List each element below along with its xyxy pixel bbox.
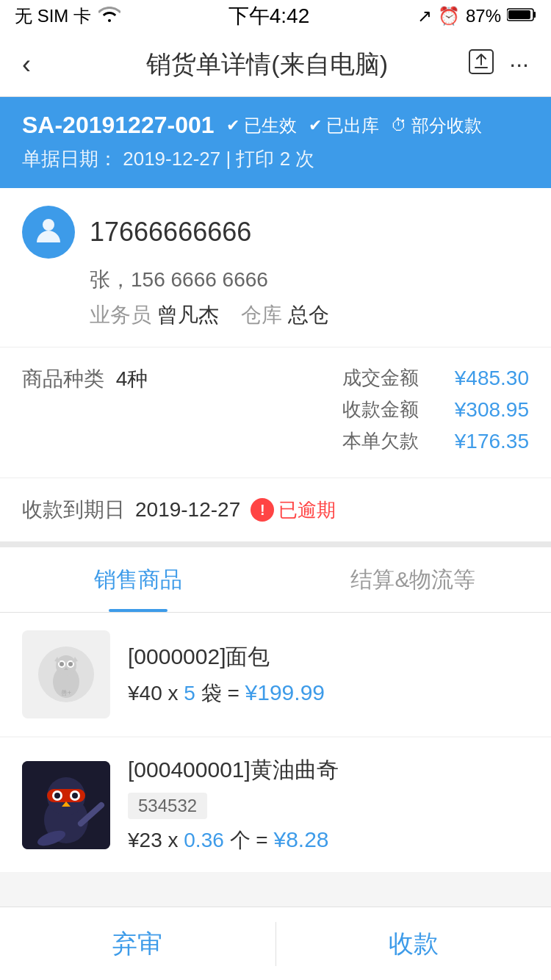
wifi-icon bbox=[98, 6, 120, 26]
nav-actions: ··· bbox=[468, 48, 529, 81]
product-qty-2: 0.36 bbox=[184, 829, 224, 851]
overdue-icon: ! bbox=[251, 498, 274, 522]
warehouse-detail: 仓库 总仓 bbox=[241, 301, 329, 329]
tab-underline bbox=[109, 609, 168, 612]
due-section: 收款到期日 2019-12-27 ! 已逾期 bbox=[0, 478, 551, 547]
status-bar-left: 无 SIM 卡 bbox=[15, 4, 120, 28]
confirm-button[interactable]: 收款 bbox=[276, 907, 552, 980]
svg-point-4 bbox=[43, 219, 54, 231]
more-icon[interactable]: ··· bbox=[509, 51, 529, 78]
received-amount: 收款金额 ¥308.95 bbox=[342, 397, 529, 422]
alarm-icon: ⏰ bbox=[438, 6, 460, 26]
customer-row: 17666666666 bbox=[22, 206, 529, 259]
overdue-text: 已逾期 bbox=[278, 497, 336, 523]
person-icon bbox=[32, 213, 65, 252]
status-bar-right: ↗ ⏰ 87% bbox=[417, 6, 536, 26]
status-badge-1: ✔ 已生效 bbox=[226, 114, 297, 137]
product-total-1: ¥199.99 bbox=[245, 680, 325, 705]
order-meta: 单据日期： 2019-12-27 | 打印 2 次 bbox=[22, 146, 529, 172]
cancel-button[interactable]: 弃审 bbox=[0, 907, 276, 980]
product-image-1: 兽+ bbox=[22, 630, 110, 718]
product-image-2 bbox=[22, 761, 110, 849]
list-item[interactable]: [000400001]黄油曲奇 534532 ¥23 x 0.36 个 = ¥8… bbox=[0, 738, 551, 872]
due-label: 收款到期日 bbox=[22, 496, 125, 524]
status-badge-3: ⏱ 部分收款 bbox=[391, 114, 482, 137]
summary-section: 商品种类 4种 成交金额 ¥485.30 收款金额 ¥308.95 本单欠款 ¥… bbox=[0, 347, 551, 478]
product-price-1: ¥40 x 5 袋 = ¥199.99 bbox=[128, 680, 529, 707]
product-info-2: [000400001]黄油曲奇 534532 ¥23 x 0.36 个 = ¥8… bbox=[128, 755, 529, 854]
check-icon-2: ✔ bbox=[309, 116, 322, 135]
overdue-badge: ! 已逾期 bbox=[251, 497, 336, 523]
order-id-row: SA-20191227-001 ✔ 已生效 ✔ 已出库 ⏱ 部分收款 bbox=[22, 112, 529, 139]
customer-section: 17666666666 张，156 6666 6666 业务员 曾凡杰 仓库 总… bbox=[0, 188, 551, 347]
list-item[interactable]: 兽+ [0000002]面包 ¥40 x 5 袋 = ¥199.99 bbox=[0, 613, 551, 736]
signal-icon: 无 SIM 卡 bbox=[15, 4, 91, 28]
svg-text:兽+: 兽+ bbox=[61, 689, 71, 696]
product-qty-1: 5 bbox=[184, 682, 195, 705]
customer-info: 张，156 6666 6666 bbox=[22, 266, 529, 294]
page-title: 销货单详情(来自电脑) bbox=[66, 48, 468, 82]
export-icon[interactable] bbox=[468, 48, 494, 81]
transaction-amount: 成交金额 ¥485.30 bbox=[342, 365, 529, 391]
battery-level: 87% bbox=[466, 6, 501, 26]
check-icon-1: ✔ bbox=[226, 116, 240, 135]
tab-sales-products[interactable]: 销售商品 bbox=[0, 547, 276, 612]
due-date-value: 2019-12-27 bbox=[135, 498, 240, 522]
amount-summary: 成交金额 ¥485.30 收款金额 ¥308.95 本单欠款 ¥176.35 bbox=[342, 365, 529, 460]
time-display: 下午4:42 bbox=[228, 2, 310, 30]
product-price-2: ¥23 x 0.36 个 = ¥8.28 bbox=[128, 826, 529, 854]
debt-amount: 本单欠款 ¥176.35 bbox=[342, 428, 529, 454]
status-bar: 无 SIM 卡 下午4:42 ↗ ⏰ 87% bbox=[0, 0, 551, 32]
product-info-1: [0000002]面包 ¥40 x 5 袋 = ¥199.99 bbox=[128, 642, 529, 707]
clock-icon: ⏱ bbox=[391, 116, 407, 135]
tabs: 销售商品 结算&物流等 bbox=[0, 547, 551, 613]
battery-icon bbox=[507, 6, 536, 26]
product-name-2: [000400001]黄油曲奇 bbox=[128, 755, 529, 785]
nav-bar: ‹ 销货单详情(来自电脑) ··· bbox=[0, 32, 551, 97]
back-button[interactable]: ‹ bbox=[22, 49, 66, 80]
sales-detail: 业务员 曾凡杰 bbox=[90, 301, 219, 329]
location-icon: ↗ bbox=[417, 6, 432, 26]
status-badge-2: ✔ 已出库 bbox=[309, 114, 379, 137]
order-id: SA-20191227-001 bbox=[22, 112, 215, 139]
svg-rect-1 bbox=[533, 12, 536, 18]
summary-row: 商品种类 4种 成交金额 ¥485.30 收款金额 ¥308.95 本单欠款 ¥… bbox=[22, 365, 529, 460]
tab-settlement[interactable]: 结算&物流等 bbox=[276, 547, 551, 612]
product-name-1: [0000002]面包 bbox=[128, 642, 529, 672]
svg-rect-2 bbox=[508, 10, 530, 19]
svg-point-23 bbox=[72, 793, 78, 799]
product-type: 商品种类 4种 bbox=[22, 365, 148, 393]
bottom-bar: 弃审 收款 bbox=[0, 907, 551, 980]
product-list: 兽+ [0000002]面包 ¥40 x 5 袋 = ¥199.99 bbox=[0, 613, 551, 872]
customer-phone: 17666666666 bbox=[90, 217, 251, 248]
svg-point-22 bbox=[54, 793, 60, 799]
customer-detail-row: 业务员 曾凡杰 仓库 总仓 bbox=[22, 301, 529, 329]
order-header: SA-20191227-001 ✔ 已生效 ✔ 已出库 ⏱ 部分收款 单据日期：… bbox=[0, 97, 551, 188]
product-total-2: ¥8.28 bbox=[273, 827, 328, 851]
product-batch-2: 534532 bbox=[128, 793, 207, 819]
avatar bbox=[22, 206, 75, 259]
